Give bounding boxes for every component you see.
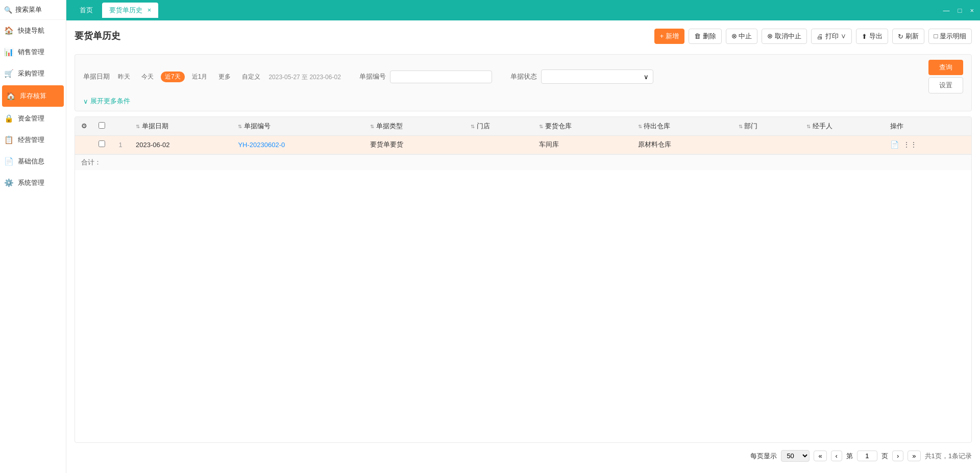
sidebar-item-finance[interactable]: 🔒 资金管理 (0, 108, 66, 129)
page-number-input[interactable] (857, 451, 877, 461)
th-settings[interactable]: ⚙ (75, 117, 93, 135)
date-btn-today[interactable]: 今天 (137, 72, 158, 82)
doc-no-filter-label: 单据编号 (359, 72, 386, 81)
sidebar: 🔍 搜索菜单 🏠 快捷导航 📊 销售管理 🛒 采购管理 🏠 库存核算 🔒 资金管… (0, 0, 66, 473)
pagination: 每页显示 50 100 200 « ‹ 第 页 › » 共1页，1条记录 (75, 447, 972, 465)
date-btn-1month[interactable]: 近1月 (188, 72, 212, 82)
chart-icon: 📊 (4, 48, 14, 57)
view-icon[interactable]: 📄 (890, 140, 899, 149)
inventory-icon: 🏠 (6, 91, 16, 101)
td-doc-no: YH-20230602-0 (233, 135, 365, 154)
sidebar-item-inventory-label: 库存核算 (20, 91, 46, 101)
table-footer: 合计： (75, 154, 971, 170)
display-detail-button[interactable]: □ 显示明细 (928, 29, 972, 44)
maximize-btn[interactable]: □ (958, 7, 962, 14)
sidebar-item-system[interactable]: ⚙️ 系统管理 (0, 172, 66, 194)
th-num (110, 117, 131, 135)
page-label: 第 (846, 452, 853, 461)
th-pending-warehouse[interactable]: ⇅ 待出仓库 (633, 117, 733, 135)
main-area: 首页 要货单历史 × — □ × 要货单历史 + 新增 🗑 删除 ⊗ 中止 ⊗ … (66, 0, 980, 473)
sidebar-item-inventory[interactable]: 🏠 库存核算 (2, 85, 64, 107)
sidebar-item-system-label: 系统管理 (18, 178, 44, 187)
delete-button[interactable]: 🗑 删除 (689, 29, 722, 44)
export-icon: ⬆ (862, 33, 867, 40)
date-filter-label: 单据日期 (83, 72, 110, 81)
data-table-wrapper: ⚙ ⇅ 单据日期 ⇅ 单据编号 ⇅ 单据类型 ⇅ 门店 ⇅ 要货仓库 ⇅ 待出仓… (75, 116, 972, 443)
th-dept[interactable]: ⇅ 部门 (733, 117, 802, 135)
page-suffix: 页 (881, 452, 888, 461)
more-ops-icon[interactable]: ⋮⋮ (903, 140, 917, 149)
footer-total-label: 合计： (81, 158, 101, 167)
table-row: 1 2023-06-02 YH-20230602-0 要货单要货 车间库 原材料… (75, 135, 971, 154)
home-icon: 🏠 (4, 26, 14, 35)
th-req-warehouse[interactable]: ⇅ 要货仓库 (534, 117, 633, 135)
date-btn-more[interactable]: 更多 (214, 72, 235, 82)
cancel-stop-button[interactable]: ⊗ 取消中止 (762, 29, 807, 44)
th-checkbox[interactable] (93, 117, 110, 135)
sidebar-item-quick-nav[interactable]: 🏠 快捷导航 (0, 20, 66, 41)
td-checkbox[interactable] (93, 135, 110, 154)
td-ops: 📄 ⋮⋮ (885, 135, 971, 154)
filter-date: 单据日期 昨天 今天 近7天 近1月 更多 自定义 (83, 72, 264, 82)
page-content: 要货单历史 + 新增 🗑 删除 ⊗ 中止 ⊗ 取消中止 🖨 🖨 打印 打印 ∨ … (66, 20, 980, 473)
td-req-warehouse: 车间库 (534, 135, 633, 154)
th-doc-no[interactable]: ⇅ 单据编号 (233, 117, 365, 135)
cart-icon: 🛒 (4, 69, 14, 78)
td-dept (733, 135, 802, 154)
refresh-icon: ↻ (898, 33, 903, 40)
new-button[interactable]: + 新增 (654, 29, 684, 44)
sidebar-item-sales[interactable]: 📊 销售管理 (0, 41, 66, 63)
first-page-btn[interactable]: « (814, 451, 826, 461)
page-title: 要货单历史 (75, 30, 120, 42)
tab-home[interactable]: 首页 (72, 3, 100, 18)
date-btn-yesterday[interactable]: 昨天 (114, 72, 134, 82)
doc-no-input[interactable] (390, 70, 492, 83)
sidebar-item-operations[interactable]: 📋 经营管理 (0, 129, 66, 151)
th-store[interactable]: ⇅ 门店 (465, 117, 534, 135)
filter-actions: 查询 设置 (928, 60, 963, 93)
page-total-info: 共1页，1条记录 (925, 452, 972, 461)
refresh-button[interactable]: ↻ 刷新 (892, 29, 924, 44)
sidebar-item-basic-info[interactable]: 📄 基础信息 (0, 151, 66, 172)
th-handler[interactable]: ⇅ 经手人 (801, 117, 885, 135)
stop-button[interactable]: ⊗ 中止 (726, 29, 758, 44)
select-all-checkbox[interactable] (99, 122, 105, 129)
doc-no-link[interactable]: YH-20230602-0 (238, 141, 285, 149)
tab-active-label: 要货单历史 (109, 6, 142, 14)
close-window-btn[interactable]: × (970, 7, 974, 14)
date-btn-7days[interactable]: 近7天 (161, 72, 185, 82)
date-btn-custom[interactable]: 自定义 (238, 72, 264, 82)
sidebar-item-purchase[interactable]: 🛒 采购管理 (0, 63, 66, 84)
expand-icon: ∨ (83, 98, 88, 105)
tab-home-label: 首页 (80, 6, 93, 14)
query-button[interactable]: 查询 (928, 60, 963, 75)
topbar-right: — □ × (943, 7, 974, 14)
expand-filter-btn[interactable]: ∨ 展开更多条件 (83, 97, 963, 106)
tab-active[interactable]: 要货单历史 × (102, 3, 158, 18)
set-button[interactable]: 设置 (928, 77, 963, 93)
page-size-select[interactable]: 50 100 200 (781, 450, 810, 462)
th-doc-type[interactable]: ⇅ 单据类型 (365, 117, 465, 135)
sidebar-item-quick-nav-label: 快捷导航 (18, 26, 44, 35)
td-doc-date: 2023-06-02 (131, 135, 233, 154)
th-doc-date[interactable]: ⇅ 单据日期 (131, 117, 233, 135)
page-size-label: 每页显示 (750, 452, 777, 461)
last-page-btn[interactable]: » (908, 451, 920, 461)
sidebar-item-operations-label: 经营管理 (18, 135, 44, 145)
filter-area: 单据日期 昨天 今天 近7天 近1月 更多 自定义 2023-05-27 至 2… (75, 54, 972, 111)
tab-close-icon[interactable]: × (148, 6, 152, 14)
status-select[interactable]: ∨ (541, 69, 653, 84)
filter-status: 单据状态 ∨ (510, 69, 653, 84)
th-ops: 操作 (885, 117, 971, 135)
print-icon: 🖨 (817, 33, 823, 40)
sidebar-search[interactable]: 🔍 搜索菜单 (0, 0, 66, 20)
next-page-btn[interactable]: › (892, 451, 903, 461)
filter-row: 单据日期 昨天 今天 近7天 近1月 更多 自定义 2023-05-27 至 2… (83, 60, 963, 93)
row-checkbox[interactable] (99, 140, 105, 147)
minimize-btn[interactable]: — (943, 7, 950, 14)
export-button[interactable]: ⬆ 导出 (856, 29, 888, 44)
print-button[interactable]: 🖨 🖨 打印 打印 ∨ (811, 29, 852, 44)
status-filter-label: 单据状态 (510, 72, 537, 81)
prev-page-btn[interactable]: ‹ (831, 451, 842, 461)
td-store (465, 135, 534, 154)
